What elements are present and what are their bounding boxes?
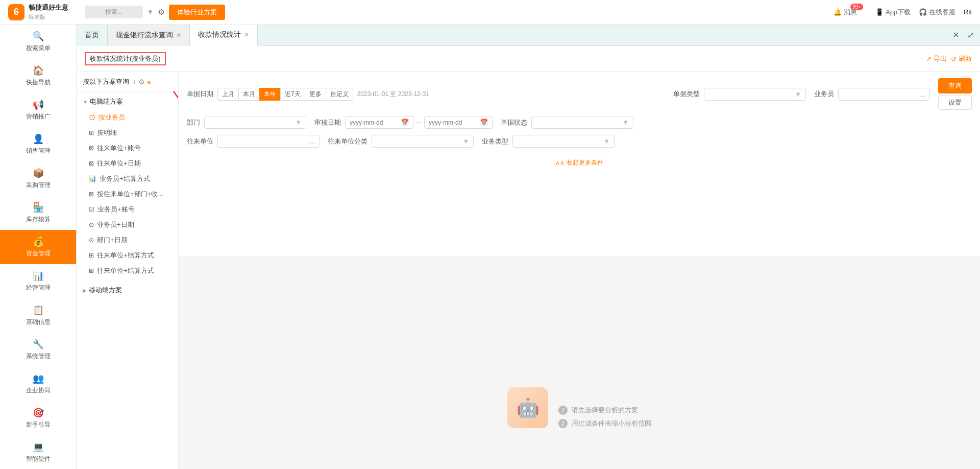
finance-icon: 💰 xyxy=(33,236,44,247)
refresh-btn[interactable]: ↺ 刷新 xyxy=(951,54,972,63)
scheme-item-salesman-date[interactable]: ⊙ 业务员+日期 xyxy=(77,217,178,232)
dept-select[interactable]: ▼ xyxy=(204,116,306,129)
scheme-item-dept-date[interactable]: ⊙ 部门+日期 xyxy=(77,232,178,248)
tab-home[interactable]: 首页 xyxy=(77,25,108,46)
dropdown-arrow[interactable]: ▼ xyxy=(147,8,154,16)
scheme-item-unit-method[interactable]: ⊞ 往来单位+结算方式 xyxy=(77,248,178,263)
date-tab-custom[interactable]: 自定义 xyxy=(326,88,353,101)
chevron-down-icon: ▼ xyxy=(795,90,801,98)
review-date-start[interactable]: 📅 xyxy=(345,116,413,129)
date-label: 单据日期 xyxy=(187,89,213,99)
date-tab-prev[interactable]: 上月 xyxy=(217,88,238,101)
date-tab-last7[interactable]: 近7天 xyxy=(280,88,305,101)
scheme-item-unit-account[interactable]: ⊠ 往来单位+账号 xyxy=(77,140,178,156)
filter-doc-type: 单据类型 ▼ xyxy=(673,88,806,101)
partner-cat-label: 往来单位分类 xyxy=(328,137,368,146)
sidebar-item-inventory[interactable]: 🏪 库存核算 xyxy=(0,196,76,230)
search-icon: 🔍 xyxy=(33,31,44,42)
filter-partner-category: 往来单位分类 ▼ xyxy=(328,135,474,148)
dept-label: 部门 xyxy=(187,118,200,127)
partner-cat-select[interactable]: ▼ xyxy=(372,135,474,148)
online-service-btn[interactable]: 🎧 在线客服 xyxy=(919,8,955,17)
scheme-group-desktop-title[interactable]: ▼ 电脑端方案 xyxy=(77,94,178,109)
query-button[interactable]: 查询 xyxy=(938,78,972,93)
notif-badge: 99+ xyxy=(850,4,863,10)
export-btn[interactable]: ↗ 导出 xyxy=(926,54,947,63)
scheme-item-salesman-method[interactable]: 📊 业务员+结算方式 xyxy=(77,171,178,186)
sidebar-item-guide[interactable]: 🎯 新手引导 xyxy=(0,401,76,435)
review-date-start-input[interactable] xyxy=(350,119,401,126)
scheme-item-salesman[interactable]: ⊙ 按业务员 xyxy=(77,109,178,125)
sidebar-item-label: 销售管理 xyxy=(26,147,51,155)
sidebar-item-enterprise[interactable]: 👥 企业协同 xyxy=(0,367,76,401)
empty-content: 🤖 1 请先选择要分析的方案 2 用过滤条件来缩小分析范围 xyxy=(507,387,651,428)
sidebar-item-nav[interactable]: 🏠 快捷导航 xyxy=(0,59,76,93)
service-icon: 🎧 xyxy=(919,8,927,16)
robot-illustration: 🤖 xyxy=(507,387,548,428)
scheme-item-unit-dept[interactable]: ⊠ 按往来单位+部门+收... xyxy=(77,186,178,202)
scheme-item-salesman-account[interactable]: ☑ 业务员+账号 xyxy=(77,202,178,217)
doc-type-select[interactable]: ▼ xyxy=(704,88,806,101)
tab-bank-close[interactable]: ✕ xyxy=(176,32,181,39)
empty-tip-1: 1 请先选择要分析的方案 xyxy=(558,406,651,415)
scheme-settings-icon[interactable]: ⚙ xyxy=(138,78,145,86)
sidebar-item-finance[interactable]: 💰 资金管理 xyxy=(0,230,76,264)
date-control: 上月 本月 本年 近7天 更多 自定义 2023-01-01 至 2023-12… xyxy=(217,88,429,101)
collapse-arrow-icon: ∧∧ xyxy=(555,159,565,167)
scheme-group-mobile-title[interactable]: ▶ 移动端方案 xyxy=(77,283,178,298)
scheme-add-icon[interactable]: + xyxy=(132,78,136,86)
minimize-btn[interactable]: ✕ xyxy=(950,28,961,42)
hardware-icon: 💻 xyxy=(33,441,44,453)
scheme-group-desktop: ▼ 电脑端方案 ⊙ 按业务员 ⊞ 按明细 ⊠ xyxy=(77,92,178,280)
review-date-end[interactable]: 📅 xyxy=(424,116,493,129)
collapse-bar[interactable]: ∧∧ 收起更多条件 xyxy=(187,154,972,171)
salesman-select[interactable]: ... xyxy=(838,88,930,101)
group-label: 移动端方案 xyxy=(89,286,122,295)
sidebar-item-marketing[interactable]: 📢 营销推广 xyxy=(0,93,76,127)
notification-btn[interactable]: 🔔 消息 99+ xyxy=(834,8,857,17)
date-tab-this-month[interactable]: 本月 xyxy=(238,88,259,101)
enterprise-icon: 👥 xyxy=(33,373,44,384)
tab-bank[interactable]: 现金银行流水查询 ✕ xyxy=(108,25,190,46)
scheme-collapse-icon[interactable]: « xyxy=(147,78,151,86)
sidebar-item-purchase[interactable]: 📦 采购管理 xyxy=(0,161,76,196)
sidebar-item-sales[interactable]: 👤 销售管理 xyxy=(0,127,76,161)
tip-text-2: 用过滤条件来缩小分析范围 xyxy=(572,419,651,428)
maximize-btn[interactable]: ⤢ xyxy=(965,28,976,42)
biz-type-label: 业务类型 xyxy=(482,137,508,146)
doc-status-select[interactable]: ▼ xyxy=(531,116,633,129)
tab-collection-close[interactable]: ✕ xyxy=(244,31,249,38)
scheme-item-unit-method2[interactable]: ⊠ 往来单位+结算方式 xyxy=(77,263,178,278)
review-date-end-input[interactable] xyxy=(429,119,480,126)
ellipsis-icon: ... xyxy=(920,90,925,98)
user-name[interactable]: Rit xyxy=(964,8,972,16)
chevron-down-biz-icon: ▼ xyxy=(603,137,610,145)
bell-icon: 🔔 xyxy=(834,8,842,16)
settings-icon[interactable]: ⚙ xyxy=(158,7,165,17)
sidebar-item-label: 资金管理 xyxy=(26,249,51,258)
review-date-label: 审核日期 xyxy=(314,118,341,127)
sidebar-item-search[interactable]: 🔍 搜索菜单 xyxy=(0,25,76,59)
scheme-item-detail[interactable]: ⊞ 按明细 xyxy=(77,125,178,140)
sidebar-item-basic[interactable]: 📋 基础信息 xyxy=(0,298,76,333)
settings-button[interactable]: 设置 xyxy=(938,96,972,110)
sidebar-item-label: 企业协同 xyxy=(26,386,51,395)
tab-collection[interactable]: 收款情况统计 ✕ xyxy=(190,25,258,46)
app-download-btn[interactable]: 📱 App下载 xyxy=(875,8,911,17)
sidebar-item-business[interactable]: 📊 经营管理 xyxy=(0,264,76,298)
search-bar[interactable]: 搜索... xyxy=(85,6,143,18)
system-icon: 🔧 xyxy=(33,339,44,350)
collapse-label: 收起更多条件 xyxy=(567,158,603,167)
partner-select[interactable]: ... xyxy=(217,135,320,148)
scheme-header-icons: + ⚙ « xyxy=(132,78,151,86)
sidebar-item-system[interactable]: 🔧 系统管理 xyxy=(0,333,76,367)
scheme-item-unit-date[interactable]: ⊠ 往来单位+日期 xyxy=(77,156,178,171)
guide-icon: 🎯 xyxy=(33,407,44,418)
tip-text-1: 请先选择要分析的方案 xyxy=(572,406,638,415)
biz-type-select[interactable]: ▼ xyxy=(512,135,615,148)
trial-button[interactable]: 体验行业方案 xyxy=(169,5,225,20)
inventory-icon: 🏪 xyxy=(33,202,44,213)
sidebar-item-hardware[interactable]: 💻 智能硬件 xyxy=(0,435,76,469)
date-tab-more[interactable]: 更多 xyxy=(305,88,326,101)
date-tab-this-year[interactable]: 本年 xyxy=(259,88,280,101)
